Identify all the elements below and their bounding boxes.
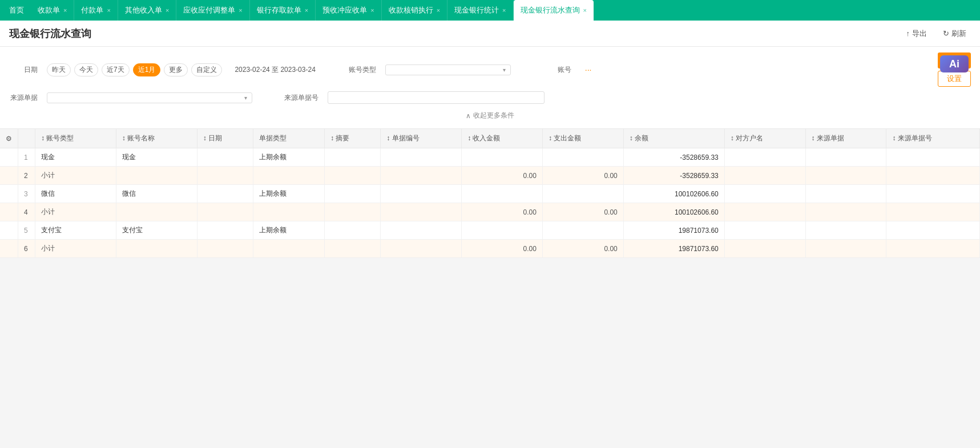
source-doc-no-input[interactable]	[328, 91, 545, 104]
close-tab-icon[interactable]: ×	[437, 7, 440, 14]
nav-home[interactable]: 首页	[2, 0, 31, 21]
table-body: 1现金现金上期余额-3528659.332小计0.000.00-3528659.…	[0, 148, 980, 258]
col-doc-no[interactable]: ↕ 单据编号	[381, 129, 462, 148]
col-rownum	[18, 129, 35, 148]
col-balance[interactable]: ↕ 余额	[623, 129, 724, 148]
header-actions: ↑ 导出 ↻ 刷新	[902, 26, 971, 41]
col-source-doc[interactable]: ↕ 来源单据	[805, 129, 886, 148]
source-doc-dropdown-icon: ▾	[244, 95, 247, 101]
table-row: 4小计0.000.00100102606.60	[0, 203, 980, 221]
col-account-name[interactable]: ↕ 账号名称	[116, 129, 197, 148]
col-account-type[interactable]: ↕ 账号类型	[35, 129, 116, 148]
table-row: 1现金现金上期余额-3528659.33	[0, 148, 980, 167]
nav-tab-shoukuandan[interactable]: 收款单 ×	[31, 0, 74, 21]
close-tab-icon[interactable]: ×	[239, 7, 242, 14]
refresh-icon: ↻	[943, 29, 949, 38]
account-label: 账号	[543, 65, 571, 75]
col-date[interactable]: ↕ 日期	[197, 129, 253, 148]
source-doc-label: 来源单据	[9, 93, 38, 103]
nav-tab-qitashouru[interactable]: 其他收入单 ×	[118, 0, 176, 21]
nav-tab-tongji[interactable]: 现金银行统计 ×	[447, 0, 513, 21]
account-dots-button[interactable]: ···	[580, 64, 596, 75]
filter-row-date: 日期 昨天 今天 近7天 近1月 更多 自定义 2023-02-24 至 202…	[9, 53, 971, 87]
date-label: 日期	[9, 65, 38, 75]
refresh-button[interactable]: ↻ 刷新	[938, 26, 971, 41]
date-btn-7days[interactable]: 近7天	[102, 63, 130, 76]
close-tab-icon[interactable]: ×	[305, 7, 308, 14]
account-type-label: 账号类型	[348, 65, 376, 75]
collapse-more-conditions[interactable]: ∧ 收起更多条件	[9, 108, 971, 123]
account-type-select[interactable]: ▾	[385, 64, 511, 75]
account-type-dropdown-icon: ▾	[503, 67, 506, 73]
page-title: 现金银行流水查询	[9, 27, 91, 41]
page-header: 现金银行流水查询 ↑ 导出 ↻ 刷新	[0, 21, 980, 47]
close-tab-icon[interactable]: ×	[107, 7, 110, 14]
table-row: 3微信微信上期余额100102606.60	[0, 185, 980, 203]
table-row: 6小计0.000.0019871073.60	[0, 240, 980, 258]
table-header-row: ⚙ ↕ 账号类型 ↕ 账号名称 ↕ 日期 单据类型 ↕ 摘要 ↕ 单据编号	[0, 129, 980, 148]
col-gear[interactable]: ⚙	[0, 129, 18, 148]
col-doc-type: 单据类型	[253, 129, 325, 148]
col-summary[interactable]: ↕ 摘要	[324, 129, 380, 148]
close-tab-icon[interactable]: ×	[63, 7, 67, 14]
col-counterparty[interactable]: ↕ 对方户名	[724, 129, 805, 148]
filter-area: 日期 昨天 今天 近7天 近1月 更多 自定义 2023-02-24 至 202…	[0, 47, 980, 129]
export-icon: ↑	[906, 29, 910, 38]
close-tab-icon[interactable]: ×	[370, 7, 374, 14]
nav-tab-tiaozheng[interactable]: 应收应付调整单 ×	[176, 0, 249, 21]
data-table: ⚙ ↕ 账号类型 ↕ 账号名称 ↕ 日期 单据类型 ↕ 摘要 ↕ 单据编号	[0, 129, 980, 258]
nav-tab-hexiao[interactable]: 收款核销执行 ×	[382, 0, 447, 21]
date-range-display: 2023-02-24 至 2023-03-24	[235, 65, 315, 75]
close-tab-icon[interactable]: ×	[502, 7, 506, 14]
table-row: 5支付宝支付宝上期余额19871073.60	[0, 221, 980, 240]
col-expense[interactable]: ↕ 支出金额	[542, 129, 623, 148]
table-row: 2小计0.000.00-3528659.33	[0, 167, 980, 185]
date-btn-1month[interactable]: 近1月	[133, 63, 161, 76]
col-income[interactable]: ↕ 收入金额	[462, 129, 543, 148]
settings-button[interactable]: 设置	[938, 71, 971, 87]
date-btn-custom[interactable]: 自定义	[191, 63, 222, 76]
ai-assistant-badge[interactable]: Ai	[940, 55, 969, 72]
date-btn-today[interactable]: 今天	[74, 63, 98, 76]
filter-row-source: 来源单据 ▾ 来源单据号	[9, 91, 971, 104]
source-doc-select[interactable]: ▾	[47, 92, 252, 103]
source-doc-no-label: 来源单据号	[284, 93, 318, 103]
nav-tab-cunkuan[interactable]: 银行存取款单 ×	[250, 0, 316, 21]
close-tab-active-icon[interactable]: ×	[583, 7, 587, 14]
date-btn-yesterday[interactable]: 昨天	[47, 63, 71, 76]
export-button[interactable]: ↑ 导出	[902, 26, 932, 41]
col-source-doc-no[interactable]: ↕ 来源单据号	[886, 129, 980, 148]
date-buttons: 昨天 今天 近7天 近1月 更多 自定义	[47, 63, 222, 76]
close-tab-icon[interactable]: ×	[166, 7, 169, 14]
nav-tab-liushui[interactable]: 现金银行流水查询 ×	[514, 0, 594, 21]
nav-tab-yushou[interactable]: 预收冲应收单 ×	[316, 0, 381, 21]
date-btn-more[interactable]: 更多	[164, 63, 188, 76]
table-container: ⚙ ↕ 账号类型 ↕ 账号名称 ↕ 日期 单据类型 ↕ 摘要 ↕ 单据编号	[0, 129, 980, 258]
top-nav: 首页 收款单 × 付款单 × 其他收入单 × 应收应付调整单 × 银行存取款单 …	[0, 0, 980, 21]
nav-tab-fukuandan[interactable]: 付款单 ×	[74, 0, 118, 21]
collapse-icon: ∧	[466, 112, 471, 120]
